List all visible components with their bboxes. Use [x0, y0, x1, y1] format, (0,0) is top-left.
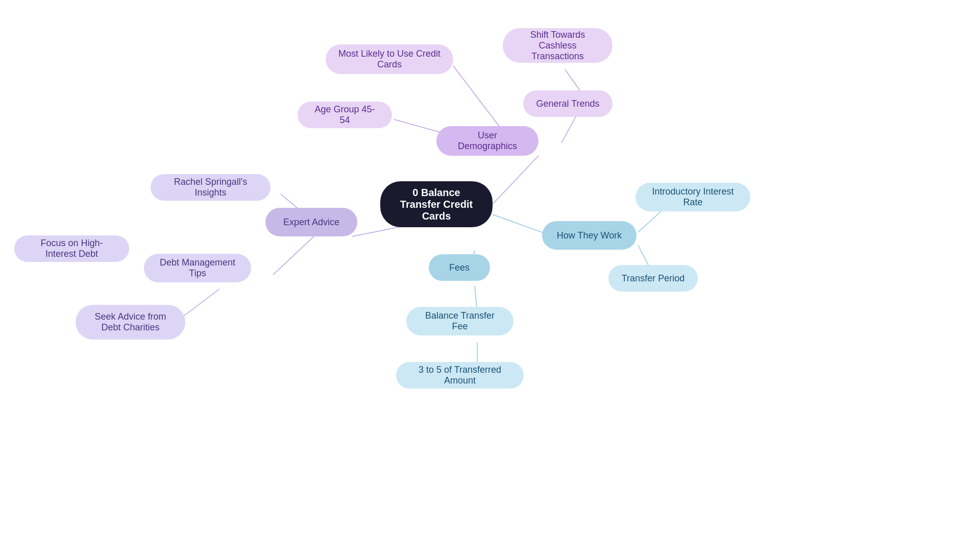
svg-line-0: [493, 156, 538, 204]
center-node[interactable]: 0 Balance Transfer Credit Cards: [380, 181, 493, 227]
shift-cashless-node[interactable]: Shift Towards Cashless Transactions: [503, 28, 612, 63]
svg-line-7: [273, 236, 314, 275]
how-they-work-node[interactable]: How They Work: [542, 221, 636, 250]
transfer-period-node[interactable]: Transfer Period: [608, 265, 698, 292]
focus-high-interest-node[interactable]: Focus on High-Interest Debt: [14, 235, 129, 262]
rachel-springall-node[interactable]: Rachel Springall's Insights: [151, 174, 271, 201]
general-trends-node[interactable]: General Trends: [523, 90, 612, 117]
expert-advice-node[interactable]: Expert Advice: [265, 208, 357, 236]
most-likely-node[interactable]: Most Likely to Use Credit Cards: [326, 44, 453, 74]
three-to-five-node[interactable]: 3 to 5 of Transferred Amount: [396, 362, 524, 389]
seek-advice-node[interactable]: Seek Advice from Debt Charities: [76, 305, 185, 340]
user-demographics-node[interactable]: User Demographics: [436, 126, 538, 156]
balance-transfer-fee-node[interactable]: Balance Transfer Fee: [406, 307, 513, 335]
intro-rate-node[interactable]: Introductory Interest Rate: [635, 183, 750, 211]
age-group-node[interactable]: Age Group 45-54: [298, 102, 392, 128]
fees-node[interactable]: Fees: [429, 254, 490, 281]
debt-management-node[interactable]: Debt Management Tips: [144, 254, 251, 282]
